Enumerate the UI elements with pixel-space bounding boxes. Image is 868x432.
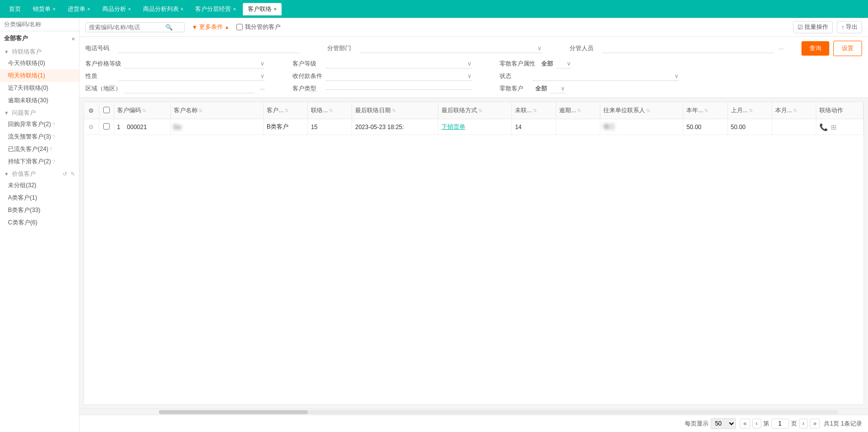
price-level-select[interactable]: ∨: [124, 59, 265, 69]
sidebar-collapse-icon[interactable]: «: [72, 35, 75, 42]
sidebar-item-class-b[interactable]: B类客户(33): [0, 204, 79, 216]
all-customers-label: 全部客户: [4, 34, 28, 43]
group-problem-customers[interactable]: ▼ 问题客户: [0, 107, 79, 118]
sidebar-item-tomorrow[interactable]: 明天待联络(1): [0, 70, 79, 82]
sort-last-month-icon[interactable]: ⇅: [749, 108, 753, 113]
horizontal-scrollbar[interactable]: [79, 409, 868, 415]
last-page-btn[interactable]: »: [810, 419, 820, 429]
sidebar-item-repurchase[interactable]: 回购异常客户(2) ?: [0, 118, 79, 131]
sort-overdue-icon[interactable]: ⇅: [577, 108, 581, 113]
value-edit-icon[interactable]: ✎: [71, 171, 75, 177]
customer-level-select[interactable]: ∨: [325, 59, 472, 69]
region-input[interactable]: [124, 84, 255, 93]
sidebar-search-input[interactable]: [4, 21, 78, 28]
query-btn[interactable]: 查询: [801, 41, 829, 56]
close-customer-tier-icon[interactable]: ×: [233, 6, 236, 12]
sort-unit-icon[interactable]: ⇅: [646, 108, 650, 113]
sort-type-icon[interactable]: ⇅: [285, 108, 289, 113]
close-customer-contact-icon[interactable]: ×: [274, 6, 277, 12]
sort-last-method-icon[interactable]: ⇅: [478, 108, 482, 113]
nav-product-analysis[interactable]: 商品分析 ×: [97, 3, 136, 15]
sort-code-icon[interactable]: ⇅: [142, 108, 146, 113]
batch-btn-label: 批量操作: [804, 23, 828, 31]
churned-info-icon[interactable]: ?: [49, 146, 52, 152]
filter-dept: 分管部门 ∨: [327, 44, 541, 53]
page-size-select[interactable]: 50 10 20 100: [711, 418, 736, 429]
payment-select[interactable]: ∨: [325, 72, 472, 81]
nature-chevron-icon: ∨: [260, 72, 265, 79]
more-filter-btn[interactable]: ▼ 更多条件 ▲: [189, 22, 232, 32]
sidebar-item-today[interactable]: 今天待联络(0): [0, 57, 79, 70]
search-input[interactable]: [89, 24, 163, 31]
group-triangle-problem: ▼: [4, 110, 9, 116]
region-dots[interactable]: ···: [260, 85, 265, 92]
search-icon[interactable]: 🔍: [165, 24, 173, 31]
sidebar-item-class-a[interactable]: A类客户(1): [0, 192, 79, 204]
nav-home[interactable]: 首页: [4, 3, 26, 15]
sidebar-item-ungroup[interactable]: 未分组(32): [0, 179, 79, 192]
manager-dots[interactable]: ···: [779, 45, 784, 52]
nav-customer-tier[interactable]: 客户分层经营 ×: [190, 3, 241, 15]
type-select[interactable]: [325, 87, 472, 90]
close-purchase-icon[interactable]: ×: [87, 6, 90, 12]
nav-product-list[interactable]: 商品分析列表 ×: [138, 3, 189, 15]
prev-page-btn[interactable]: ‹: [752, 419, 761, 429]
status-select[interactable]: ∨: [532, 72, 679, 81]
filter-row-1: 电话号码 分管部门 ∨ 分管人员 ··· 查询 设置: [85, 41, 862, 56]
nature-select[interactable]: ∨: [118, 72, 265, 81]
th-type: 客户...⇅: [264, 102, 308, 119]
manager-input[interactable]: [602, 44, 774, 53]
next-page-btn[interactable]: ›: [799, 419, 808, 429]
nav-purchase[interactable]: 进货单 ×: [63, 3, 95, 15]
phone-action-icon[interactable]: 📞: [819, 123, 828, 131]
phone-input[interactable]: [118, 44, 299, 53]
page-nav: « ‹ 第 页 › »: [740, 419, 820, 429]
declining-info-icon[interactable]: ?: [52, 159, 55, 165]
sort-this-month-icon[interactable]: ⇅: [793, 108, 797, 113]
sidebar-item-declining[interactable]: 持续下滑客户(2) ?: [0, 155, 79, 168]
sort-name-icon[interactable]: ⇅: [199, 108, 203, 113]
retail-label: 零散客户: [500, 84, 529, 93]
table-area: ⚙ 客户编码⇅ 客户名称⇅ 客户...⇅ 联络...⇅ 最后联络日期⇅ 最后联络…: [83, 102, 864, 405]
sort-contacts-icon[interactable]: ⇅: [329, 108, 333, 113]
grid-action-icon[interactable]: ⊞: [831, 123, 837, 131]
my-customers-checkbox[interactable]: [236, 24, 243, 30]
first-page-btn[interactable]: «: [740, 419, 750, 429]
action-icons-wrap: 📞 ⊞: [819, 123, 860, 131]
retail-value: 全部: [535, 84, 547, 93]
close-product-analysis-icon[interactable]: ×: [128, 6, 131, 12]
group-value-customers[interactable]: ▼ 价值客户 ↺ ✎: [0, 168, 79, 179]
select-all-checkbox[interactable]: [103, 107, 110, 113]
retail-select[interactable]: ∨: [550, 84, 565, 93]
td-type: B类客户: [264, 119, 308, 135]
td-unit-contact: 张三: [600, 119, 683, 135]
group-pending-contact[interactable]: ▼ 待联络客户: [0, 46, 79, 57]
sidebar-item-churned[interactable]: 已流失客户(24) ?: [0, 143, 79, 155]
nav-customer-contact[interactable]: 客户联络 ×: [243, 3, 282, 15]
nav-sales[interactable]: 销货单 ×: [28, 3, 61, 15]
export-btn[interactable]: ↑ 导出: [837, 21, 862, 33]
sidebar-item-overdue[interactable]: 逾期未联络(30): [0, 94, 79, 107]
all-customers-header[interactable]: 全部客户 «: [0, 31, 79, 46]
row-checkbox[interactable]: [103, 123, 110, 130]
row-last-method-link[interactable]: 下销货单: [441, 123, 465, 130]
dept-select[interactable]: ∨: [360, 44, 541, 53]
my-customers-wrap: 我分管的客户: [236, 23, 281, 31]
churn-warning-info-icon[interactable]: ?: [52, 134, 55, 140]
close-product-list-icon[interactable]: ×: [181, 6, 184, 12]
setting-btn[interactable]: 设置: [833, 41, 862, 56]
sort-this-year-icon[interactable]: ⇅: [704, 108, 708, 113]
row-code: 000021: [127, 124, 147, 131]
batch-btn[interactable]: ☑ 批量操作: [793, 21, 833, 33]
repurchase-info-icon[interactable]: ?: [52, 122, 55, 128]
retail-attr-select[interactable]: ∨: [556, 59, 571, 69]
sort-last-date-icon[interactable]: ⇅: [392, 108, 396, 113]
close-sales-icon[interactable]: ×: [53, 6, 56, 12]
value-refresh-icon[interactable]: ↺: [63, 171, 67, 177]
sort-no-contact-icon[interactable]: ⇅: [533, 108, 537, 113]
page-input[interactable]: [771, 419, 789, 429]
sidebar-item-class-c[interactable]: C类客户(6): [0, 216, 79, 229]
sidebar-item-7days[interactable]: 近7天待联络(0): [0, 82, 79, 94]
table-header-row: ⚙ 客户编码⇅ 客户名称⇅ 客户...⇅ 联络...⇅ 最后联络日期⇅ 最后联络…: [84, 102, 864, 119]
sidebar-item-churn-warning[interactable]: 流失预警客户(3) ?: [0, 131, 79, 143]
